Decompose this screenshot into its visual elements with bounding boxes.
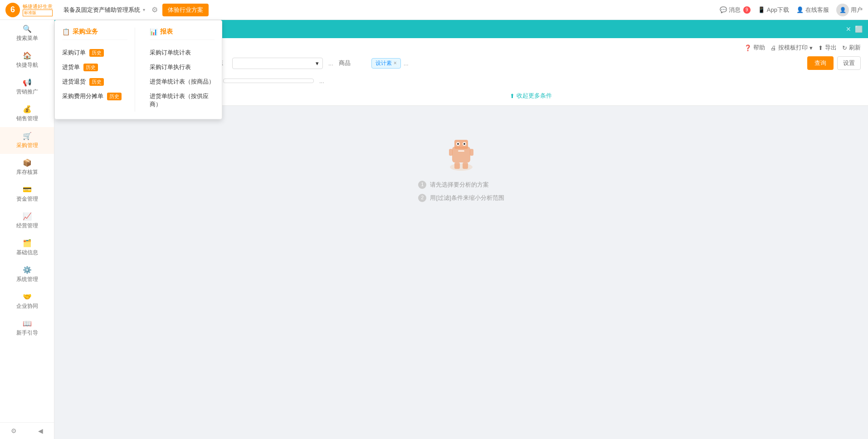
dropdown-item-label: 进货单 bbox=[62, 63, 80, 71]
history-badge: 历史 bbox=[89, 78, 104, 86]
dropdown-col-report: 📊 报表 采购订单统计表采购订单执行表进货单统计表（按商品）进货单统计表（按供应… bbox=[142, 28, 215, 112]
col2-icon: 📊 bbox=[150, 28, 157, 35]
dropdown-item[interactable]: 进货退货历史 bbox=[62, 74, 127, 89]
dropdown-item[interactable]: 采购费用分摊单历史 bbox=[62, 89, 127, 104]
dropdown-item[interactable]: 进货单统计表（按商品） bbox=[150, 74, 215, 89]
dropdown-item[interactable]: 采购订单统计表 bbox=[150, 45, 215, 60]
col1-items: 采购订单历史进货单历史进货退货历史采购费用分摊单历史 bbox=[62, 45, 127, 104]
dropdown-item-label: 采购订单 bbox=[62, 49, 86, 57]
dropdown-divider bbox=[135, 28, 135, 112]
dropdown-item[interactable]: 采购订单历史 bbox=[62, 45, 127, 60]
dropdown-item-label: 采购订单统计表 bbox=[150, 49, 191, 57]
dropdown-cols: 📋 采购业务 采购订单历史进货单历史进货退货历史采购费用分摊单历史 📊 报表 采… bbox=[62, 28, 215, 112]
history-badge: 历史 bbox=[83, 64, 98, 71]
history-badge: 历史 bbox=[89, 49, 104, 57]
history-badge: 历史 bbox=[107, 93, 122, 100]
col2-title: 📊 报表 bbox=[150, 28, 215, 40]
dropdown-item-label: 进货单统计表（按商品） bbox=[150, 78, 215, 86]
dropdown-item[interactable]: 采购订单执行表 bbox=[150, 60, 215, 74]
dropdown-menu: 📋 采购业务 采购订单历史进货单历史进货退货历史采购费用分摊单历史 📊 报表 采… bbox=[54, 20, 222, 119]
col2-items: 采购订单统计表采购订单执行表进货单统计表（按商品）进货单统计表（按供应商） bbox=[150, 45, 215, 112]
dropdown-item[interactable]: 进货单历史 bbox=[62, 60, 127, 74]
dropdown-item-label: 采购订单执行表 bbox=[150, 63, 191, 71]
dropdown-col-purchase: 📋 采购业务 采购订单历史进货单历史进货退货历史采购费用分摊单历史 bbox=[62, 28, 127, 112]
col1-title: 📋 采购业务 bbox=[62, 28, 127, 40]
col1-icon: 📋 bbox=[62, 28, 70, 35]
dropdown-item-label: 采购费用分摊单 bbox=[62, 92, 103, 100]
dropdown-item-label: 进货退货 bbox=[62, 78, 86, 86]
dropdown-item-label: 进货单统计表（按供应商） bbox=[150, 92, 215, 109]
dropdown-item[interactable]: 进货单统计表（按供应商） bbox=[150, 89, 215, 112]
dropdown-overlay: 📋 采购业务 采购订单历史进货单历史进货退货历史采购费用分摊单历史 📊 报表 采… bbox=[54, 20, 222, 119]
